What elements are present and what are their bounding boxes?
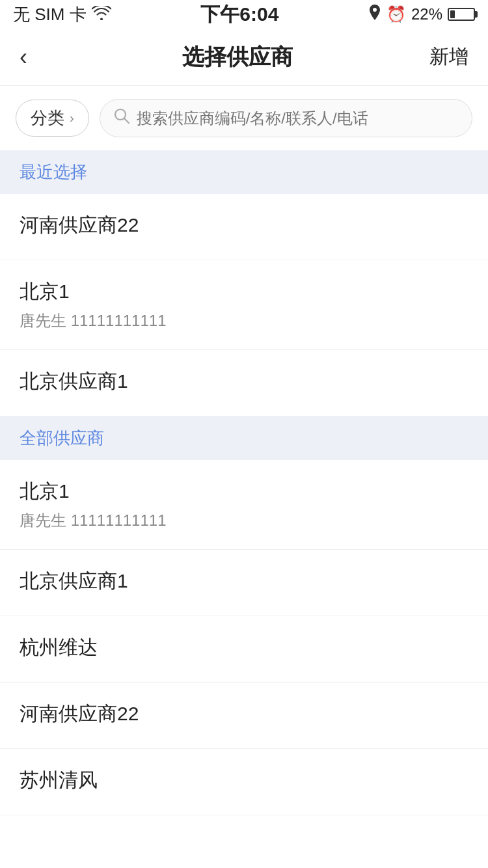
all-section-header: 全部供应商	[0, 416, 488, 460]
search-icon	[113, 107, 130, 129]
all-section-label: 全部供应商	[20, 428, 104, 448]
recent-items-list: 河南供应商22 北京1 唐先生 11111111111 北京供应商1	[0, 194, 488, 416]
status-right: ⏰ 22%	[368, 5, 475, 24]
item-name: 河南供应商22	[20, 212, 468, 239]
page-title: 选择供应商	[182, 42, 293, 72]
battery-percent: 22%	[411, 5, 442, 23]
list-item[interactable]: 河南供应商22	[0, 683, 488, 749]
item-name: 北京供应商1	[20, 568, 468, 595]
chevron-right-icon: ›	[70, 111, 74, 126]
back-button[interactable]: ‹	[20, 44, 59, 71]
nav-bar: ‹ 选择供应商 新增	[0, 29, 488, 86]
status-time: 下午6:04	[200, 1, 278, 28]
status-bar: 无 SIM 卡 下午6:04 ⏰ 22%	[0, 0, 488, 29]
no-sim-label: 无 SIM 卡	[13, 3, 87, 26]
item-sub: 唐先生 11111111111	[20, 510, 468, 531]
list-item[interactable]: 河南供应商22	[0, 194, 488, 260]
location-icon	[368, 5, 381, 24]
item-name: 苏州清风	[20, 767, 468, 794]
item-name: 河南供应商22	[20, 701, 468, 727]
item-name: 北京供应商1	[20, 368, 468, 395]
status-left: 无 SIM 卡	[13, 3, 111, 26]
category-label: 分类	[31, 107, 64, 129]
add-button[interactable]: 新增	[416, 44, 468, 70]
category-button[interactable]: 分类 ›	[16, 100, 89, 137]
list-item[interactable]: 北京供应商1	[0, 550, 488, 616]
item-name: 北京1	[20, 278, 468, 305]
battery-icon	[448, 8, 475, 21]
list-item[interactable]: 杭州维达	[0, 616, 488, 683]
list-item[interactable]: 北京供应商1	[0, 350, 488, 416]
search-input[interactable]	[137, 109, 459, 128]
item-sub: 唐先生 11111111111	[20, 310, 468, 331]
recent-section-label: 最近选择	[20, 162, 87, 182]
search-bar	[100, 99, 472, 137]
item-name: 杭州维达	[20, 634, 468, 661]
filter-bar: 分类 ›	[0, 86, 488, 150]
list-item[interactable]: 北京1 唐先生 11111111111	[0, 460, 488, 550]
list-item[interactable]: 北京1 唐先生 11111111111	[0, 260, 488, 350]
list-item[interactable]: 苏州清风	[0, 749, 488, 815]
wifi-icon	[92, 5, 111, 25]
recent-section-header: 最近选择	[0, 150, 488, 194]
alarm-icon: ⏰	[386, 5, 406, 23]
svg-line-1	[124, 118, 129, 123]
item-name: 北京1	[20, 478, 468, 505]
all-items-list: 北京1 唐先生 11111111111 北京供应商1 杭州维达 河南供应商22 …	[0, 460, 488, 815]
